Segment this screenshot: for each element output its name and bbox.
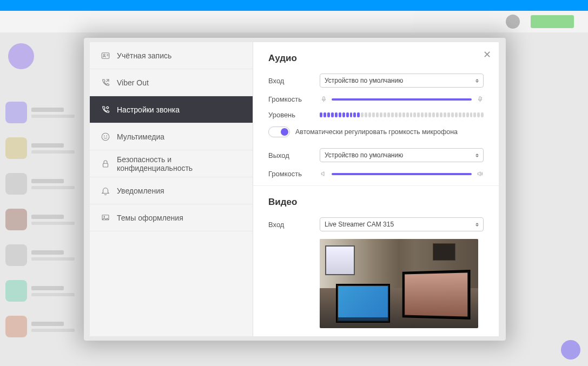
svg-point-4 (107, 107, 109, 109)
input-volume-label: Громкость (268, 95, 320, 103)
settings-modal: Учётная запись Viber Out Настройки звонк… (90, 42, 499, 336)
auto-gain-toggle[interactable] (268, 127, 290, 137)
sidebar-item-multimedia[interactable]: Мультимедиа (90, 123, 253, 150)
palette-icon (101, 213, 110, 223)
svg-rect-11 (322, 97, 324, 100)
sidebar-item-account[interactable]: Учётная запись (90, 42, 253, 69)
speaker-high-icon (476, 170, 484, 178)
sidebar-item-label: Безопасность и конфиденциальность (117, 155, 242, 172)
bg-chat-list (0, 32, 92, 366)
sidebar-item-label: Темы оформления (117, 214, 183, 222)
sidebar-item-themes[interactable]: Темы оформления (90, 204, 253, 231)
lock-icon (101, 159, 110, 169)
stepper-caret-icon (475, 223, 479, 227)
svg-point-1 (103, 54, 105, 56)
phone-out-icon (101, 78, 110, 88)
svg-point-6 (104, 136, 104, 136)
stepper-caret-icon (475, 154, 479, 157)
video-preview (320, 239, 478, 328)
audio-output-value: Устройство по умолчанию (325, 151, 403, 159)
sidebar-item-label: Viber Out (117, 78, 149, 87)
svg-rect-8 (103, 163, 108, 167)
settings-sidebar: Учётная запись Viber Out Настройки звонк… (90, 42, 253, 336)
settings-content: ✕ Аудио Вход Устройство по умолчанию Гро… (253, 42, 499, 336)
output-volume-slider[interactable] (332, 173, 472, 175)
speaker-low-icon (320, 170, 327, 178)
video-input-select[interactable]: Live Streamer CAM 315 (320, 217, 484, 231)
id-card-icon (101, 51, 110, 61)
floating-action-button[interactable] (561, 340, 580, 360)
app-topbar (0, 11, 588, 32)
audio-output-label: Выход (268, 151, 320, 159)
svg-point-10 (104, 216, 105, 217)
video-input-label: Вход (268, 221, 320, 229)
mic-low-icon (320, 96, 327, 103)
stepper-caret-icon (475, 79, 479, 83)
sidebar-item-label: Уведомления (117, 187, 164, 195)
window-titlebar (0, 0, 588, 11)
input-level-meter (320, 112, 484, 117)
sidebar-item-label: Мультимедиа (117, 132, 164, 141)
window-close[interactable] (570, 0, 586, 10)
svg-point-7 (107, 136, 107, 136)
audio-input-label: Вход (268, 77, 320, 85)
window-maximize[interactable] (553, 0, 570, 10)
sidebar-item-label: Учётная запись (117, 51, 171, 60)
sidebar-item-viber-out[interactable]: Viber Out (90, 69, 253, 96)
sidebar-item-call-settings[interactable]: Настройки звонка (90, 96, 253, 123)
user-avatar[interactable] (506, 15, 520, 29)
video-section-title: Видео (268, 197, 484, 208)
svg-point-5 (102, 133, 109, 141)
output-volume-label: Громкость (268, 170, 320, 178)
close-icon: ✕ (483, 49, 491, 60)
bell-icon (101, 186, 110, 196)
video-input-value: Live Streamer CAM 315 (325, 221, 394, 228)
auto-gain-label: Автоматически регулировать громкость мик… (295, 128, 458, 136)
topbar-action-button[interactable] (531, 15, 574, 28)
window-minimize[interactable] (537, 0, 553, 10)
audio-input-value: Устройство по умолчанию (325, 77, 403, 84)
sidebar-item-label: Настройки звонка (117, 105, 180, 114)
mic-high-icon (476, 96, 484, 103)
phone-settings-icon (101, 105, 110, 115)
audio-section-title: Аудио (268, 53, 484, 64)
svg-rect-13 (479, 97, 480, 100)
input-volume-slider[interactable] (332, 98, 472, 101)
sidebar-item-security[interactable]: Безопасность и конфиденциальность (90, 150, 253, 177)
close-button[interactable]: ✕ (483, 49, 491, 61)
input-level-label: Уровень (268, 111, 320, 119)
audio-input-select[interactable]: Устройство по умолчанию (320, 74, 484, 88)
sidebar-item-notifications[interactable]: Уведомления (90, 177, 253, 204)
audio-output-select[interactable]: Устройство по умолчанию (320, 148, 484, 162)
smiley-icon (101, 132, 110, 142)
